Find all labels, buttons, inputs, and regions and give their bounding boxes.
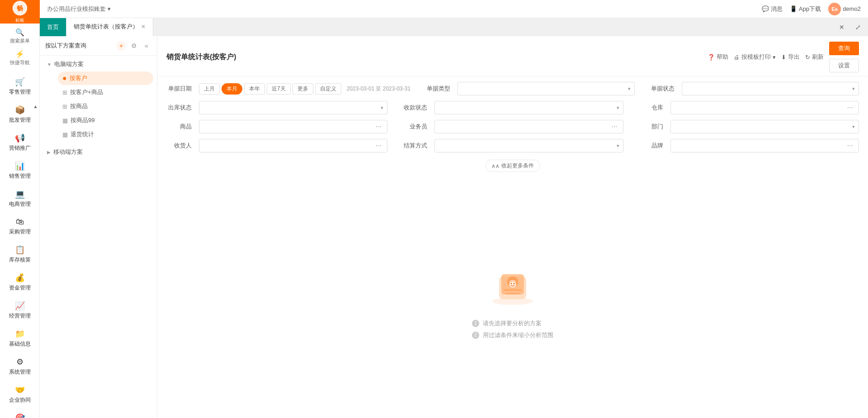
sidebar-item-basic[interactable]: 📁 基础信息 [0, 324, 40, 352]
date-more-btn[interactable]: 更多 [292, 83, 313, 95]
date-this-month-btn[interactable]: 本月 [222, 83, 242, 95]
sidebar-item-enterprise[interactable]: 🤝 企业协同 [0, 380, 40, 408]
collapse-btn-label: 收起更多条件 [501, 162, 534, 170]
scheme-by-customer-product-label: 按客户+商品 [70, 88, 103, 96]
wholesale-icon: 📦 [15, 105, 25, 115]
department-select[interactable]: ▾ [670, 120, 859, 133]
left-panel: 按以下方案查询 + ⚙ « ▼ 电脑端方案 [40, 36, 157, 418]
department-arrow-icon: ▾ [852, 124, 855, 130]
export-btn[interactable]: ⬇ 导出 [781, 53, 800, 61]
date-this-year-btn[interactable]: 本年 [244, 83, 265, 95]
scheme-settings-btn[interactable]: ⚙ [129, 41, 139, 51]
breadcrumb-dropdown[interactable]: 办公用品行业模拟账套 ▾ [47, 5, 111, 13]
product-more-icon[interactable]: ··· [374, 123, 383, 131]
brand-more-icon[interactable]: ··· [845, 142, 855, 150]
mobile-section-header[interactable]: ▶ 移动端方案 [40, 145, 157, 159]
order-status-label: 单据状态 [649, 85, 675, 93]
help-btn[interactable]: ❓ 帮助 [708, 53, 728, 61]
receive-status-arrow-icon: ▾ [617, 105, 619, 111]
collapse-more-btn[interactable]: ∧∧ 收起更多条件 [486, 160, 540, 172]
receiver-select[interactable]: ··· [199, 139, 387, 152]
ecommerce-icon: 💻 [15, 189, 25, 199]
page-actions: ❓ 帮助 🖨 按模板打印 ▾ ⬇ 导出 ↻ 刷新 [708, 42, 859, 72]
mobile-toggle-icon: ▶ [47, 150, 51, 155]
refresh-btn[interactable]: ↻ 刷新 [805, 53, 824, 61]
date-last-month-btn[interactable]: 上月 [199, 83, 220, 95]
scheme-by-customer[interactable]: ● 按客户 [58, 71, 153, 85]
app-download-label: App下载 [799, 5, 821, 13]
settlement-arrow-icon: ▾ [617, 143, 619, 149]
salesman-more-icon[interactable]: ··· [609, 123, 619, 131]
add-scheme-btn[interactable]: + [116, 41, 126, 51]
sidebar-item-newbie[interactable]: 🎯 新手引导 [0, 408, 40, 418]
collapse-panel-btn[interactable]: « [142, 41, 151, 51]
message-label: 消息 [771, 5, 783, 13]
sidebar-item-inventory[interactable]: 📋 库存核算 [0, 240, 40, 268]
date-last-7days-btn[interactable]: 近7天 [267, 83, 291, 95]
receive-status-select[interactable]: ▾ [434, 101, 623, 114]
tab-maximize-btn[interactable]: ⤢ [852, 21, 864, 33]
sidebar-item-sales[interactable]: 📊 销售管理 [0, 157, 40, 185]
sidebar-item-purchase[interactable]: 🛍 采购管理 [0, 213, 40, 240]
help-label: 帮助 [717, 53, 728, 61]
tab-home[interactable]: 首页 [40, 18, 66, 36]
desktop-section-header[interactable]: ▼ 电脑端方案 [40, 57, 157, 71]
sidebar-item-finance[interactable]: 💰 资金管理 [0, 268, 40, 296]
order-type-select[interactable]: ▾ [458, 82, 635, 95]
export-icon: ⬇ [781, 54, 786, 61]
filter-row-1: 单据日期 上月 本月 本年 近7天 更多 自定义 2023-03-01 至 20… [166, 82, 859, 95]
warehouse-label: 仓库 [638, 104, 663, 112]
system-icon: ⚙ [16, 357, 24, 367]
date-custom-btn[interactable]: 自定义 [315, 83, 341, 95]
print-arrow-icon: ▾ [773, 54, 776, 61]
sidebar-item-wholesale[interactable]: 📦 批发管理 ▲ [0, 100, 40, 128]
newbie-icon: 🎯 [15, 413, 25, 418]
app-logo[interactable]: 畅 标账 [0, 0, 40, 24]
out-status-select[interactable]: ▾ [199, 101, 387, 114]
scheme-by-product-99[interactable]: ▦ 按商品99 [58, 114, 153, 127]
operations-label: 经营管理 [9, 312, 31, 320]
scheme-return-stats[interactable]: ▦ 退货统计 [58, 128, 153, 141]
sidebar-quick-nav[interactable]: ⚡ 快捷导航 [10, 47, 30, 69]
receiver-more-icon[interactable]: ··· [374, 142, 383, 150]
app-subtitle: 标账 [15, 17, 24, 24]
scheme-by-product[interactable]: ⊞ 按商品 [58, 100, 153, 113]
query-btn[interactable]: 查询 [829, 42, 859, 55]
brand-select[interactable]: ··· [670, 139, 859, 152]
left-panel-title: 按以下方案查询 [45, 42, 86, 50]
desktop-scheme-list: ● 按客户 ⊞ 按客户+商品 ⊞ 按商品 ▦ 按商品99 [40, 71, 157, 141]
scheme-by-customer-product-icon: ⊞ [62, 89, 67, 96]
finance-label: 资金管理 [9, 284, 31, 292]
sidebar-item-operations[interactable]: 📈 经营管理 [0, 296, 40, 324]
message-btn[interactable]: 💬 消息 [762, 5, 783, 13]
mobile-section: ▶ 移动端方案 [40, 143, 157, 161]
left-panel-header: 按以下方案查询 + ⚙ « [40, 36, 157, 56]
wholesale-label: 批发管理 [9, 116, 31, 124]
filter-settings-btn[interactable]: 设置 [829, 59, 859, 72]
sidebar-item-ecommerce[interactable]: 💻 电商管理 [0, 185, 40, 213]
settings-icon: ⚙ [131, 42, 137, 49]
collapse-row: ∧∧ 收起更多条件 [166, 158, 859, 174]
sidebar-search[interactable]: 🔍 搜索菜单 [10, 24, 30, 47]
order-type-label: 单据类型 [425, 85, 450, 93]
product-select[interactable]: ··· [199, 120, 387, 133]
scheme-by-customer-product[interactable]: ⊞ 按客户+商品 [58, 86, 153, 99]
tab-close-all-btn[interactable]: ✕ [835, 21, 848, 33]
user-profile[interactable]: Ea demo2 [828, 3, 861, 15]
empty-svg [486, 258, 540, 313]
sidebar-item-retail[interactable]: 🛒 零售管理 [0, 72, 40, 100]
salesman-select[interactable]: ··· [434, 120, 623, 133]
settlement-select[interactable]: ▾ [434, 139, 623, 152]
scheme-return-stats-label: 退货统计 [71, 130, 94, 138]
sidebar-item-system[interactable]: ⚙ 系统管理 [0, 352, 40, 380]
tip-2-text: 用过滤条件来缩小分析范围 [483, 331, 553, 339]
tab-controls: ✕ ⤢ [835, 21, 868, 33]
order-status-select[interactable]: ▾ [682, 82, 859, 95]
warehouse-select[interactable]: ··· [670, 101, 859, 114]
print-btn[interactable]: 🖨 按模板打印 ▾ [734, 53, 776, 61]
warehouse-more-icon[interactable]: ··· [845, 104, 855, 112]
tab-close-icon[interactable]: ✕ [141, 24, 146, 30]
app-download-btn[interactable]: 📱 App下载 [790, 5, 821, 13]
tab-sales-stats[interactable]: 销货单统计表（按客户） ✕ [66, 18, 153, 36]
sidebar-item-marketing[interactable]: 📢 营销推广 [0, 128, 40, 157]
